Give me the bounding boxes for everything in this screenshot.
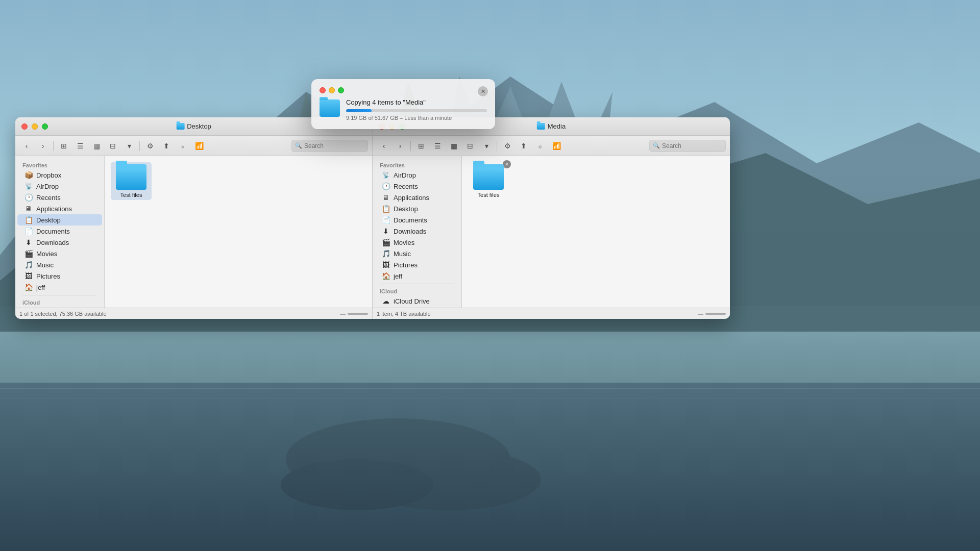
left-list-view-button[interactable]: ☰ [73, 139, 87, 153]
right-folder-close-x[interactable]: ✕ [503, 160, 511, 168]
downloads-icon: ⬇ [24, 238, 33, 246]
right-sidebar-item-documents[interactable]: 📄 Documents [375, 214, 459, 226]
right-icloud-drive-icon: ☁ [382, 297, 390, 305]
right-zoom-out-icon[interactable]: — [698, 311, 703, 317]
right-icloud-label: iCloud [373, 286, 461, 295]
right-movies-label: Movies [394, 239, 414, 246]
left-close-button[interactable] [21, 123, 28, 130]
right-settings-button[interactable]: ⚙ [500, 139, 514, 153]
left-zoom-slider[interactable] [348, 313, 368, 315]
right-airdrop-button[interactable]: 📶 [549, 139, 564, 153]
right-applications-icon: 🖥 [382, 193, 390, 202]
left-icon-view-button[interactable]: ⊞ [57, 139, 71, 153]
right-sidebar-item-movies[interactable]: 🎬 Movies [375, 237, 459, 248]
dialog-progress-fill [346, 109, 372, 112]
documents-icon: 📄 [24, 227, 33, 235]
right-pictures-label: Pictures [394, 261, 418, 269]
sidebar-item-dropbox-label: Dropbox [36, 171, 61, 179]
dialog-cancel-button[interactable]: ✕ [478, 86, 488, 96]
right-forward-button[interactable]: › [393, 139, 407, 153]
sidebar-item-jeff[interactable]: 🏠 jeff [17, 282, 102, 293]
left-search-box[interactable]: 🔍 [291, 140, 368, 152]
jeff-icon: 🏠 [24, 283, 33, 291]
right-view-options-button[interactable]: ▾ [479, 139, 494, 153]
file-item-test-files[interactable]: Test files [111, 162, 152, 200]
svg-rect-10 [0, 398, 980, 398]
sidebar-item-recents[interactable]: 🕐 Recents [17, 192, 102, 203]
right-search-box[interactable]: 🔍 [649, 140, 726, 152]
right-zoom-controls: — [698, 311, 726, 317]
right-search-icon: 🔍 [653, 142, 660, 149]
right-sidebar-item-recents[interactable]: 🕐 Recents [375, 181, 459, 192]
right-sidebar-item-airdrop[interactable]: 📡 AirDrop [375, 169, 459, 181]
right-gallery-view-button[interactable]: ⊟ [463, 139, 477, 153]
left-column-view-button[interactable]: ▦ [89, 139, 104, 153]
sidebar-item-applications[interactable]: 🖥 Applications [17, 203, 102, 214]
dialog-close-light[interactable] [320, 87, 326, 93]
right-airdrop-icon: 📡 [382, 171, 390, 179]
dialog-zoom-light[interactable] [338, 87, 344, 93]
left-settings-button[interactable]: ⚙ [143, 139, 157, 153]
dialog-text-area: Copying 4 items to "Media" 9.19 GB of 51… [346, 98, 487, 121]
right-sidebar-item-applications[interactable]: 🖥 Applications [375, 192, 459, 203]
sidebar-item-pictures[interactable]: 🖼 Pictures [17, 270, 102, 282]
airdrop-icon: 📡 [24, 182, 33, 190]
toolbar-sep-1 [53, 141, 54, 151]
right-file-item-test-files[interactable]: Test files [468, 162, 509, 200]
dialog-minimize-light[interactable] [329, 87, 335, 93]
left-zoom-button[interactable] [42, 123, 48, 130]
right-search-input[interactable] [662, 142, 722, 149]
left-share-button[interactable]: ⬆ [159, 139, 174, 153]
sidebar-item-desktop[interactable]: 📋 Desktop [17, 214, 102, 226]
right-sidebar-item-icloud-drive[interactable]: ☁ iCloud Drive [375, 295, 459, 307]
right-tag-button[interactable]: ⬦ [533, 139, 547, 153]
sidebar-item-music-label: Music [36, 261, 54, 269]
right-sidebar-item-pictures[interactable]: 🖼 Pictures [375, 259, 459, 270]
left-view-options-button[interactable]: ▾ [122, 139, 136, 153]
sidebar-item-music[interactable]: 🎵 Music [17, 259, 102, 270]
right-sidebar-item-downloads[interactable]: ⬇ Downloads [375, 226, 459, 237]
dialog-traffic-lights [320, 87, 487, 93]
left-sidebar: Favorites 📦 Dropbox 📡 AirDrop 🕐 Recents … [15, 156, 105, 308]
left-toolbar: ‹ › ⊞ ☰ ▦ ⊟ ▾ ⚙ ⬆ ⬦ 📶 🔍 [15, 136, 372, 156]
right-sidebar: Favorites 📡 AirDrop 🕐 Recents 🖥 Applicat… [373, 156, 462, 308]
left-status-text: 1 of 1 selected, 75.36 GB available [19, 311, 107, 317]
left-search-input[interactable] [304, 142, 364, 149]
movies-icon: 🎬 [24, 249, 33, 258]
sidebar-item-dropbox[interactable]: 📦 Dropbox [17, 169, 102, 181]
sidebar-item-downloads[interactable]: ⬇ Downloads [17, 237, 102, 248]
right-window-title: Media [537, 122, 566, 130]
sidebar-item-movies[interactable]: 🎬 Movies [17, 248, 102, 259]
right-sidebar-item-jeff[interactable]: 🏠 jeff [375, 270, 459, 282]
left-forward-button[interactable]: › [36, 139, 50, 153]
right-sidebar-item-desktop[interactable]: 📋 Desktop [375, 203, 459, 214]
recents-icon: 🕐 [24, 193, 33, 202]
left-tag-button[interactable]: ⬦ [176, 139, 190, 153]
right-test-files-label: Test files [478, 192, 500, 198]
right-finder-body: Favorites 📡 AirDrop 🕐 Recents 🖥 Applicat… [373, 156, 730, 308]
sidebar-item-documents-label: Documents [36, 228, 70, 235]
sidebar-item-airdrop[interactable]: 📡 AirDrop [17, 181, 102, 192]
svg-rect-9 [0, 388, 980, 389]
right-icon-view-button[interactable]: ⊞ [414, 139, 428, 153]
right-movies-icon: 🎬 [382, 238, 390, 246]
left-zoom-out-icon[interactable]: — [340, 311, 346, 317]
right-column-view-button[interactable]: ▦ [447, 139, 461, 153]
right-jeff-label: jeff [394, 272, 402, 280]
sidebar-item-documents[interactable]: 📄 Documents [17, 226, 102, 237]
right-sidebar-item-music[interactable]: 🎵 Music [375, 248, 459, 259]
left-gallery-view-button[interactable]: ⊟ [106, 139, 120, 153]
right-pictures-icon: 🖼 [382, 261, 390, 269]
left-minimize-button[interactable] [32, 123, 38, 130]
left-airdrop-button[interactable]: 📶 [192, 139, 206, 153]
right-list-view-button[interactable]: ☰ [430, 139, 445, 153]
left-favorites-label: Favorites [15, 160, 104, 169]
right-zoom-slider[interactable] [705, 313, 726, 315]
dialog-content: Copying 4 items to "Media" 9.19 GB of 51… [320, 98, 487, 121]
left-back-button[interactable]: ‹ [19, 139, 34, 153]
right-share-button[interactable]: ⬆ [517, 139, 531, 153]
right-recents-label: Recents [394, 183, 418, 190]
right-documents-icon: 📄 [382, 216, 390, 224]
right-main-content: ✕ Test files [462, 156, 730, 308]
right-back-button[interactable]: ‹ [377, 139, 391, 153]
